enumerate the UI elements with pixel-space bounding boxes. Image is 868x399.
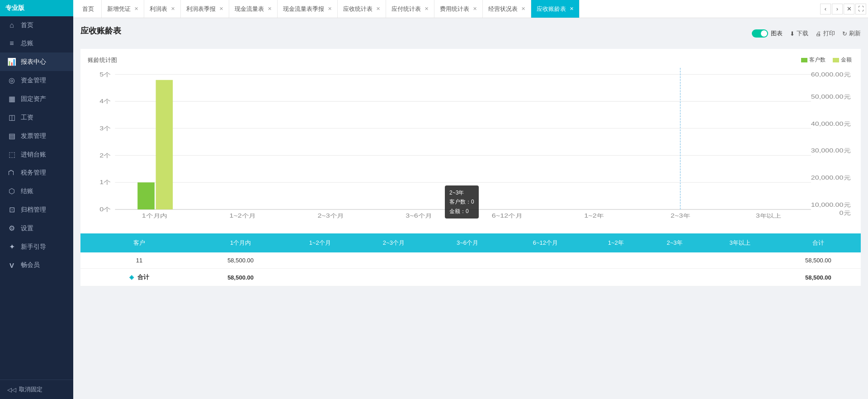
tab-nav-buttons: ‹ › ✕ ⛶	[820, 4, 866, 14]
tab-label-cashflow: 现金流量表	[235, 5, 264, 13]
legend-label-customer: 客户数	[809, 56, 826, 64]
sidebar-item-guide[interactable]: ✦ 新手引导	[0, 238, 73, 256]
sidebar-item-vip[interactable]: V 畅会员	[0, 256, 73, 274]
legend-amount: 金额	[833, 56, 852, 64]
pin-label: 取消固定	[19, 385, 42, 394]
chart-toggle[interactable]: 图表	[752, 29, 783, 38]
cell-y12	[586, 252, 645, 269]
bar-green-1	[137, 182, 155, 209]
tab-close-business[interactable]: ✕	[521, 6, 525, 12]
main-area: 首页 新增凭证 ✕ 利润表 ✕ 利润表季报 ✕ 现金流量表 ✕ 现金流量表季报 …	[73, 0, 868, 399]
sidebar-label-guide: 新手引导	[21, 243, 46, 251]
sidebar-item-ledger[interactable]: ≡ 总账	[0, 34, 73, 52]
tab-close-ar-aging[interactable]: ✕	[570, 6, 574, 12]
sidebar-label-stock: 进销台账	[21, 151, 46, 159]
cell-total-m12	[283, 269, 357, 286]
th-y23: 2~3年	[645, 233, 704, 252]
settings-icon: ⚙	[7, 224, 16, 233]
sidebar-label-payroll: 工资	[21, 114, 33, 122]
cell-m23	[357, 252, 430, 269]
tab-close-cashflow[interactable]: ✕	[268, 6, 272, 12]
th-y12: 1~2年	[586, 233, 645, 252]
app-logo: 专业版	[0, 0, 73, 16]
tab-cashflow-q[interactable]: 现金流量表季报 ✕	[278, 0, 338, 18]
chart-legend: 客户数 金额	[801, 56, 852, 64]
toggle-track[interactable]	[752, 29, 768, 38]
tab-close-voucher[interactable]: ✕	[134, 6, 138, 12]
tab-next-button[interactable]: ›	[832, 4, 843, 14]
sidebar-item-settings[interactable]: ⚙ 设置	[0, 219, 73, 238]
tab-label-voucher: 新增凭证	[107, 5, 131, 13]
sidebar-label-closing: 结账	[21, 187, 33, 195]
sidebar-item-payroll[interactable]: ◫ 工资	[0, 108, 73, 127]
sidebar-item-home[interactable]: ⌂ 首页	[0, 16, 73, 34]
th-y3plus: 3年以上	[704, 233, 776, 252]
tab-business[interactable]: 经营状况表 ✕	[483, 0, 531, 18]
tab-expense[interactable]: 费用统计表 ✕	[434, 0, 483, 18]
cell-m1: 58,500.00	[198, 252, 283, 269]
svg-text:50,000.00元: 50,000.00元	[811, 94, 850, 100]
tab-label-ar-aging: 应收账龄表	[537, 5, 566, 13]
tab-close-ap-stat[interactable]: ✕	[425, 6, 429, 12]
toggle-thumb	[761, 30, 767, 37]
sidebar-pin-toggle[interactable]: ◁◁ 取消固定	[0, 380, 73, 399]
tab-close-profit-q[interactable]: ✕	[219, 6, 223, 12]
pin-icon: ◁◁	[7, 386, 16, 393]
guide-icon: ✦	[7, 242, 16, 251]
tab-ar-aging[interactable]: 应收账龄表 ✕	[531, 0, 580, 18]
print-button[interactable]: 🖨 打印	[816, 29, 835, 38]
tab-close-ar-stat[interactable]: ✕	[376, 6, 380, 12]
svg-text:2~3个月: 2~3个月	[317, 213, 344, 219]
sidebar-item-closing[interactable]: ⬡ 结账	[0, 182, 73, 200]
total-icon: ◈	[129, 274, 134, 280]
sidebar-label-vip: 畅会员	[21, 261, 40, 269]
sidebar-item-assets[interactable]: ▦ 固定资产	[0, 90, 73, 108]
tab-profit-q[interactable]: 利润表季报 ✕	[181, 0, 229, 18]
tab-profit[interactable]: 利润表 ✕	[144, 0, 181, 18]
payroll-icon: ◫	[7, 113, 16, 122]
tab-ap-stat[interactable]: 应付统计表 ✕	[386, 0, 434, 18]
chart-title: 账龄统计图	[88, 56, 854, 64]
tab-fullscreen-button[interactable]: ⛶	[855, 4, 866, 14]
sidebar-item-tax[interactable]: ⛫ 税务管理	[0, 164, 73, 182]
cell-total: 58,500.00	[776, 252, 861, 269]
svg-text:10,000.00元: 10,000.00元	[811, 202, 850, 208]
bar-light-1	[156, 80, 173, 209]
invoice-icon: ▤	[7, 132, 16, 140]
cell-total-y12	[586, 269, 645, 286]
sidebar-label-invoice: 发票管理	[21, 132, 46, 140]
tab-prev-button[interactable]: ‹	[820, 4, 831, 14]
sidebar-item-funds[interactable]: ◎ 资金管理	[0, 71, 73, 90]
sidebar-item-reports[interactable]: 📊 报表中心	[0, 52, 73, 71]
svg-text:6~12个月: 6~12个月	[492, 213, 523, 219]
svg-text:40,000.00元: 40,000.00元	[811, 120, 850, 127]
tab-close-all-button[interactable]: ✕	[844, 4, 854, 14]
page-content: 应收账龄表 图表 ⬇ 下载 🖨 打印 ↻ 刷新	[73, 18, 868, 399]
print-icon: 🖨	[816, 30, 821, 37]
tab-home[interactable]: 首页	[75, 0, 102, 18]
sidebar-label-tax: 税务管理	[21, 169, 46, 177]
sidebar-item-archive[interactable]: ⊡ 归档管理	[0, 200, 73, 219]
tab-cashflow[interactable]: 现金流量表 ✕	[229, 0, 278, 18]
ledger-icon: ≡	[7, 39, 16, 48]
cell-m12	[283, 252, 357, 269]
tab-ar-stat[interactable]: 应收统计表 ✕	[338, 0, 386, 18]
svg-text:2~3年: 2~3年	[670, 213, 690, 219]
sidebar-item-invoice[interactable]: ▤ 发票管理	[0, 127, 73, 145]
legend-customer: 客户数	[801, 56, 826, 64]
svg-text:20,000.00元: 20,000.00元	[811, 175, 850, 181]
download-button[interactable]: ⬇ 下载	[790, 29, 808, 38]
cell-total-total: 58,500.00	[776, 269, 861, 286]
tab-close-profit[interactable]: ✕	[171, 6, 175, 12]
tab-close-cashflow-q[interactable]: ✕	[328, 6, 332, 12]
svg-text:1~2个月: 1~2个月	[229, 213, 256, 219]
svg-text:2个: 2个	[99, 152, 111, 158]
refresh-button[interactable]: ↻ 刷新	[842, 29, 861, 38]
cell-total-m36	[430, 269, 504, 286]
cell-y3plus	[704, 252, 776, 269]
tab-close-expense[interactable]: ✕	[473, 6, 477, 12]
print-label: 打印	[823, 29, 835, 38]
sidebar-item-stock[interactable]: ⬚ 进销台账	[0, 145, 73, 164]
svg-text:30,000.00元: 30,000.00元	[811, 147, 850, 154]
tab-voucher[interactable]: 新增凭证 ✕	[102, 0, 144, 18]
